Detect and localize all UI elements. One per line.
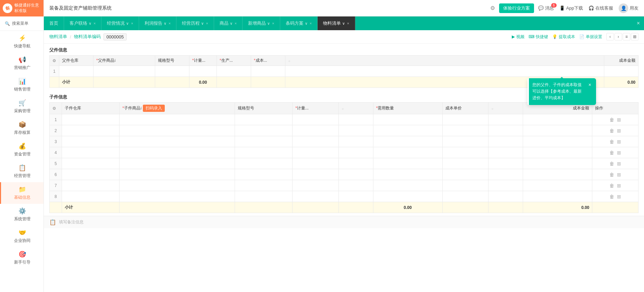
child-row5-quantity[interactable] — [373, 158, 442, 169]
extract-cost-action[interactable]: 💡 提取成本 — [552, 34, 575, 40]
child-row7-product[interactable] — [120, 180, 235, 191]
user-avatar[interactable]: 👤 用友 — [619, 3, 639, 13]
delete-icon-2[interactable]: 🗑 — [609, 128, 614, 133]
sidebar-item-purchase[interactable]: 🛒 采购管理 — [0, 96, 44, 117]
breadcrumb-item1[interactable]: 物料清单 — [49, 34, 67, 40]
note-icon[interactable]: 📋 — [49, 219, 56, 225]
copy-icon-1[interactable]: ⊞ — [617, 117, 621, 122]
delete-icon-6[interactable]: 🗑 — [609, 172, 614, 177]
copy-icon-4[interactable]: ⊞ — [617, 150, 621, 155]
child-row4-spec[interactable] — [235, 147, 292, 158]
child-row7-unit[interactable] — [293, 180, 339, 191]
child-row4-product[interactable] — [120, 147, 235, 158]
parent-row1-unit[interactable] — [189, 66, 217, 77]
shortcut-action[interactable]: ⌨ 快捷键 — [529, 34, 548, 40]
child-th-settings[interactable]: ⚙ — [50, 103, 62, 114]
sidebar-item-inventory[interactable]: 📦 库存核算 — [0, 117, 44, 139]
nav-menu-btn[interactable]: ≡ — [623, 33, 630, 40]
sidebar-item-quick-nav[interactable]: ⚡ 快捷导航 — [0, 31, 44, 52]
scan-button[interactable]: 扫码录入 — [143, 105, 165, 112]
child-row7-quantity[interactable] — [373, 180, 442, 191]
child-row5-product[interactable] — [120, 158, 235, 169]
child-row8-product[interactable] — [120, 191, 235, 202]
child-row2-cost-amount[interactable] — [523, 125, 592, 136]
child-row8-unit[interactable] — [293, 191, 339, 202]
child-row4-unit[interactable] — [293, 147, 339, 158]
trial-button[interactable]: 体验行业方案 — [499, 3, 534, 13]
parent-row1-spec[interactable] — [155, 66, 189, 77]
operations-tab-close[interactable]: × — [131, 21, 133, 25]
child-row8-spec[interactable] — [235, 191, 292, 202]
child-row1-warehouse[interactable] — [62, 114, 120, 125]
search-button[interactable]: 🔍 搜索菜单 — [3, 19, 41, 28]
child-row2-unit-cost[interactable] — [442, 125, 488, 136]
child-row1-product[interactable] — [120, 114, 235, 125]
sidebar-search[interactable]: 🔍 搜索菜单 — [0, 16, 44, 31]
child-row7-unit-cost[interactable] — [442, 180, 488, 191]
parent-row1-product[interactable] — [94, 66, 155, 77]
sidebar-item-basic-info[interactable]: 📁 基础信息 — [0, 182, 44, 204]
child-row4-unit-cost[interactable] — [442, 147, 488, 158]
child-row3-cost-amount[interactable] — [523, 136, 592, 147]
child-row7-cost-amount[interactable] — [523, 180, 592, 191]
parent-row1-warehouse[interactable] — [59, 66, 94, 77]
copy-icon-5[interactable]: ⊞ — [617, 161, 621, 166]
child-row8-unit-cost[interactable] — [442, 191, 488, 202]
single-settings-action[interactable]: 📄 单据设置 — [579, 34, 602, 40]
child-row5-cost-amount[interactable] — [523, 158, 592, 169]
new-goods-tab-close[interactable]: × — [272, 21, 274, 25]
child-row1-unit[interactable] — [293, 114, 339, 125]
tab-history[interactable]: 经营历程 ∨ × — [176, 16, 214, 30]
goods-tab-close[interactable]: × — [235, 21, 237, 25]
child-row2-quantity[interactable] — [373, 125, 442, 136]
child-row3-product[interactable] — [120, 136, 235, 147]
gear-button[interactable]: ⚙ — [490, 5, 495, 11]
child-row3-spec[interactable] — [235, 136, 292, 147]
online-service-button[interactable]: 🎧 在线客服 — [589, 5, 613, 11]
sidebar-item-collab[interactable]: 🤝 企业协同 — [0, 225, 44, 247]
child-row6-unit-cost[interactable] — [442, 169, 488, 180]
child-row2-warehouse[interactable] — [62, 125, 120, 136]
copy-icon-3[interactable]: ⊞ — [617, 139, 621, 144]
child-row6-quantity[interactable] — [373, 169, 442, 180]
child-row8-cost-amount[interactable] — [523, 191, 592, 202]
child-row4-quantity[interactable] — [373, 147, 442, 158]
delete-icon-3[interactable]: 🗑 — [609, 139, 614, 144]
bom-tab-close[interactable]: × — [347, 21, 349, 25]
parent-row1-cost[interactable] — [251, 66, 285, 77]
delete-icon-7[interactable]: 🗑 — [609, 183, 614, 188]
nav-next-btn[interactable]: › — [615, 33, 622, 40]
child-row3-warehouse[interactable] — [62, 136, 120, 147]
child-row3-unit[interactable] — [293, 136, 339, 147]
sidebar-item-operation[interactable]: 📋 经营管理 — [0, 161, 44, 182]
child-row3-unit-cost[interactable] — [442, 136, 488, 147]
copy-icon-8[interactable]: ⊞ — [617, 194, 621, 199]
history-tab-close[interactable]: × — [206, 21, 208, 25]
nav-expand-btn[interactable]: ⊞ — [631, 33, 639, 40]
barcode-tab-close[interactable]: × — [310, 21, 312, 25]
child-row6-warehouse[interactable] — [62, 169, 120, 180]
delete-icon-5[interactable]: 🗑 — [609, 161, 614, 166]
tab-bom[interactable]: 物料清单 ∨ × — [318, 16, 355, 30]
child-row1-quantity[interactable] — [373, 114, 442, 125]
message-button[interactable]: 💬 消息 6 — [538, 5, 554, 11]
child-row6-cost-amount[interactable] — [523, 169, 592, 180]
tooltip-close-button[interactable]: × — [589, 81, 591, 89]
tab-goods[interactable]: 商品 ∨ × — [214, 16, 243, 30]
child-row5-warehouse[interactable] — [62, 158, 120, 169]
copy-icon-6[interactable]: ⊞ — [617, 172, 621, 177]
child-row6-spec[interactable] — [235, 169, 292, 180]
child-row2-product[interactable] — [120, 125, 235, 136]
tab-profit[interactable]: 利润报告 ∨ × — [139, 16, 176, 30]
nav-prev-btn[interactable]: ‹ — [606, 33, 614, 40]
child-settings-icon[interactable]: ⚙ — [52, 106, 56, 111]
sidebar-item-system[interactable]: ⚙️ 系统管理 — [0, 204, 44, 225]
tab-operations[interactable]: 经营情况 ∨ × — [101, 16, 139, 30]
child-row2-spec[interactable] — [235, 125, 292, 136]
customers-tab-close[interactable]: × — [94, 21, 96, 25]
child-row7-spec[interactable] — [235, 180, 292, 191]
child-row5-unit-cost[interactable] — [442, 158, 488, 169]
tab-barcode[interactable]: 条码方案 ∨ × — [280, 16, 318, 30]
close-all-tabs[interactable]: × — [633, 20, 644, 26]
app-download-button[interactable]: 📱 App下载 — [559, 5, 583, 11]
